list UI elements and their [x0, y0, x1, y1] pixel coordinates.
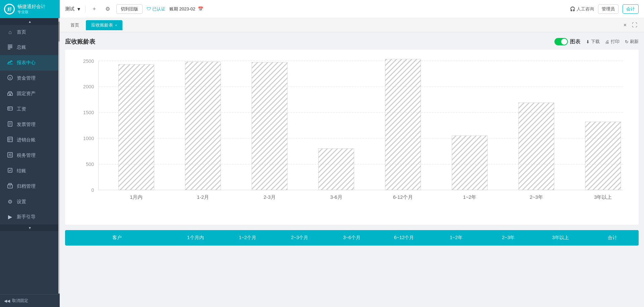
shield-icon: 🛡 [147, 6, 151, 11]
sidebar-item-assets[interactable]: 固定资产 [0, 86, 60, 101]
cancel-fixed-label: 取消固定 [12, 298, 28, 304]
svg-rect-25 [8, 185, 12, 188]
refresh-label: 刷新 [630, 39, 639, 45]
svg-rect-3 [8, 46, 12, 47]
consult-label: 人工咨询 [577, 6, 594, 12]
tab-receivable[interactable]: 应收账龄表 × [86, 20, 122, 30]
sidebar-item-funds[interactable]: ¥ 资金管理 [0, 71, 60, 86]
user-btn[interactable]: 管理员 [598, 4, 619, 14]
svg-rect-4 [8, 47, 12, 48]
tab-close-btn[interactable]: × [115, 23, 117, 27]
sidebar-item-close[interactable]: 结账 [0, 163, 60, 179]
tab-expand-btn[interactable]: ⛶ [631, 21, 639, 30]
svg-text:¥: ¥ [9, 76, 11, 80]
sidebar: 好 畅捷通好会计 专业版 ▲ ⌂ 首页 总账 报表中心 [0, 0, 60, 307]
svg-rect-49 [385, 59, 421, 190]
period-value: 2023-02 [179, 6, 195, 11]
svg-rect-5 [8, 49, 10, 49]
sidebar-item-guide[interactable]: ▶ 新手引导 [0, 209, 60, 224]
switch-version-btn[interactable]: 切到旧版 [116, 4, 143, 14]
nav-label-reports: 报表中心 [17, 60, 36, 66]
guide-icon: ▶ [7, 214, 13, 220]
trade-icon [7, 137, 13, 143]
download-icon: ⬇ [586, 39, 590, 44]
svg-text:1500: 1500 [83, 110, 94, 115]
svg-rect-2 [8, 45, 12, 45]
svg-rect-53 [519, 103, 554, 190]
sidebar-scrollbar[interactable] [58, 18, 60, 294]
page-actions: 图表 ⬇ 下载 🖨 打印 ↻ 刷新 [554, 38, 639, 45]
settings-icon: ⚙ [7, 199, 13, 205]
tab-home[interactable]: 首页 [65, 20, 85, 30]
table-header: 客户 1个月内 1~2个月 2~3个月 3~6个月 6~12个月 1~2年 2~… [65, 230, 639, 246]
svg-text:2000: 2000 [83, 84, 94, 89]
download-btn[interactable]: ⬇ 下载 [586, 39, 600, 45]
sidebar-item-tax[interactable]: 税 税务管理 [0, 148, 60, 163]
cancel-fixed-btn[interactable]: ◀◀ 取消固定 [0, 294, 60, 307]
sidebar-item-home[interactable]: ⌂ 首页 [0, 25, 60, 40]
funds-icon: ¥ [7, 75, 13, 82]
chart-toggle-group: 图表 [554, 38, 581, 45]
settings-btn[interactable]: ⚙ [103, 4, 112, 14]
table-container: 客户 1个月内 1~2个月 2~3个月 3~6个月 6~12个月 1~2年 2~… [65, 230, 639, 246]
th-6-12month: 6~12个月 [378, 230, 430, 246]
svg-text:1-2月: 1-2月 [197, 194, 209, 200]
svg-text:1000: 1000 [83, 136, 94, 141]
chart-toggle[interactable] [554, 38, 568, 45]
download-label: 下载 [591, 39, 600, 45]
page-header: 应收账龄表 图表 ⬇ 下载 🖨 打印 ↻ 刷新 [65, 38, 639, 46]
refresh-icon: ↻ [625, 39, 629, 44]
sidebar-item-settings[interactable]: ⚙ 设置 [0, 194, 60, 209]
topbar-divider-1 [85, 6, 86, 12]
svg-text:好: 好 [7, 7, 12, 12]
tab-close-icon-btn[interactable]: × [622, 21, 628, 30]
page-title: 应收账龄表 [65, 38, 95, 46]
svg-rect-55 [585, 122, 621, 190]
bar-chart-svg: 0 500 1000 1500 2000 2500 1月内 1-2月 2-3月 … [72, 56, 632, 217]
sidebar-item-reports[interactable]: 报表中心 [0, 55, 60, 71]
th-1month: 1个月内 [169, 230, 221, 246]
period-label: 账期 [169, 6, 178, 11]
svg-rect-45 [252, 62, 287, 190]
print-btn[interactable]: 🖨 打印 [605, 39, 620, 45]
sidebar-item-invoice[interactable]: 发票管理 [0, 117, 60, 132]
dropdown-icon: ▼ [76, 6, 81, 12]
consult-btn[interactable]: 🎧 人工咨询 [570, 6, 594, 12]
sidebar-item-ledger[interactable]: 总账 [0, 40, 60, 55]
scroll-up-btn[interactable]: ▲ [0, 18, 60, 25]
app-edition: 专业版 [17, 9, 46, 14]
accounting-btn[interactable]: 会计 [623, 4, 639, 14]
scroll-down-btn[interactable]: ▼ [0, 224, 60, 231]
app-name-block: 畅捷通好会计 专业版 [17, 4, 46, 14]
sidebar-logo: 好 畅捷通好会计 专业版 [0, 0, 60, 18]
sidebar-item-payroll[interactable]: 工资 [0, 101, 60, 117]
home-icon: ⌂ [7, 29, 13, 35]
project-name: 测试 [65, 6, 74, 12]
app-name: 畅捷通好会计 [17, 4, 46, 9]
nav-label-archive: 归档管理 [17, 183, 36, 189]
calendar-icon[interactable]: 📅 [198, 6, 203, 11]
sidebar-item-trade[interactable]: 进销台账 [0, 132, 60, 148]
tab-home-label: 首页 [70, 22, 79, 28]
topbar-right: 🎧 人工咨询 管理员 会计 [570, 4, 639, 14]
verified-text: 已认证 [152, 6, 165, 12]
svg-rect-11 [8, 107, 12, 110]
svg-text:2500: 2500 [83, 58, 94, 64]
th-3-6month: 3~6个月 [326, 230, 378, 246]
svg-text:3年以上: 3年以上 [594, 194, 612, 200]
project-selector[interactable]: 测试 ▼ [65, 6, 81, 12]
app-logo-icon: 好 [4, 4, 15, 14]
verified-badge: 🛡 已认证 [147, 6, 165, 12]
add-btn[interactable]: ＋ [90, 4, 99, 14]
svg-text:3-6月: 3-6月 [330, 194, 342, 200]
topbar: 测试 ▼ ＋ ⚙ 切到旧版 🛡 已认证 账期 2023-02 📅 🎧 人工咨询 … [60, 0, 644, 18]
refresh-btn[interactable]: ↻ 刷新 [625, 39, 639, 45]
ledger-icon [7, 44, 13, 51]
svg-rect-51 [452, 136, 487, 190]
svg-rect-41 [118, 64, 154, 190]
sidebar-item-archive[interactable]: 归档管理 [0, 179, 60, 194]
th-1-2month: 1~2个月 [221, 230, 273, 246]
svg-rect-26 [9, 183, 11, 185]
headset-icon: 🎧 [570, 6, 575, 11]
svg-text:2~3年: 2~3年 [530, 194, 543, 200]
